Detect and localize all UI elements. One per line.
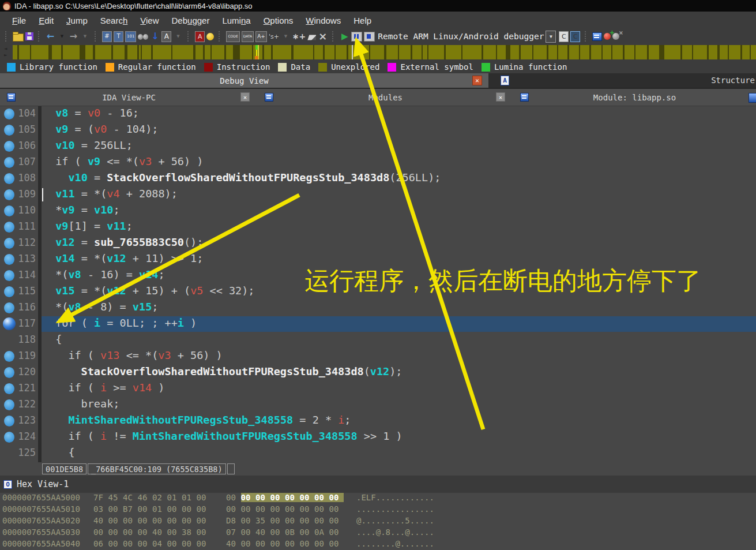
make-name-button[interactable]: A+ [255,31,267,42]
hex-byte[interactable]: 00 [285,493,300,502]
make-code-button[interactable]: CODE [226,31,239,42]
tab-structure[interactable]: Structure [711,76,755,85]
code-text[interactable]: { [43,446,75,458]
code-line-114[interactable]: 114*(v8 - 16) = v14; [0,268,756,284]
hex-byte[interactable]: 45 [108,493,123,502]
hex-byte[interactable]: 00 [226,504,241,514]
menu-search[interactable]: Search [94,14,134,27]
hex-byte[interactable]: 00 [314,504,329,514]
code-line-125[interactable]: 125{ [0,446,756,462]
hex-byte[interactable]: 00 [182,539,197,548]
code-text[interactable]: v10 = 256LL; [43,139,133,151]
hex-byte[interactable]: 00 [300,504,315,514]
open-file-button[interactable] [13,33,24,42]
menu-file[interactable]: File [6,14,32,27]
hex-byte[interactable]: 00 [241,493,256,502]
hex-byte[interactable]: 00 [285,504,300,514]
caption-row-right-icon[interactable] [749,93,756,103]
hex-byte[interactable]: 02 [152,493,167,502]
hex-byte[interactable]: 00 [270,539,285,548]
hex-byte[interactable]: 00 [329,504,344,514]
run-until-return-button[interactable]: C [570,31,580,42]
code-text[interactable]: *(v8 - 16) = v14; [43,268,165,280]
breakpoint-dot-icon[interactable] [4,205,14,216]
code-line-113[interactable]: 113v14 = *(v12 + 11) >> 1; [0,252,756,268]
make-array-button[interactable]: ∗+ [292,31,306,42]
code-line-115[interactable]: 115v15 = *(v12 + 15) + (v5 << 32); [0,284,756,300]
hex-byte[interactable]: 7F [93,493,108,502]
hex-byte[interactable]: 35 [255,516,270,525]
set-colors-button[interactable]: A [195,31,205,42]
breakpoint-dot-icon[interactable] [4,157,14,168]
navband-track[interactable] [13,45,756,59]
code-line-122[interactable]: 122break; [0,397,756,413]
jump-address-button[interactable]: # [102,31,112,42]
menu-edit[interactable]: Edit [32,14,60,27]
code-text[interactable]: v9 = (v0 - 104); [43,123,158,135]
jump-name-button[interactable]: T [114,31,123,42]
hex-byte[interactable]: 00 [255,493,270,502]
make-data-button[interactable]: DATA [242,31,254,42]
jump-binary-button[interactable]: 101 [125,31,136,42]
hex-byte[interactable]: 00 [197,527,212,537]
code-text[interactable]: MintSharedWithoutFPURegsStub_348558 = 2 … [43,414,351,426]
code-line-118[interactable]: 118{ [0,332,756,349]
navigate-back-dropdown[interactable]: ▼ [57,31,67,42]
hex-byte[interactable]: 00 [108,516,123,525]
code-line-109[interactable]: 109v11 = *(v4 + 2088); [0,187,756,203]
hex-byte[interactable]: 00 [197,504,212,514]
hex-byte[interactable]: 07 [226,527,241,537]
hex-row[interactable]: 0000007655AA50204000000000000000D8003500… [0,516,756,527]
hex-byte[interactable]: 00 [138,527,153,537]
hex-byte[interactable]: 00 [138,516,153,525]
code-text[interactable]: *v9 = v10; [43,204,120,216]
structures-tab-icon[interactable]: A [501,76,509,85]
breakpoint-dot-icon[interactable] [4,254,14,265]
hex-byte[interactable]: 00 [123,527,138,537]
hex-byte[interactable]: 00 [300,527,315,537]
hex-byte[interactable]: 00 [255,504,270,514]
add-breakpoint-button[interactable] [604,33,611,40]
modules-caption[interactable]: Modules✕ [258,89,513,106]
navband-left-arrow-icon[interactable]: ◄ [4,46,7,51]
hex-byte[interactable]: 06 [93,539,108,548]
hex-byte[interactable]: 00 [285,539,300,548]
hex-byte[interactable]: 01 [167,493,182,502]
caption-close-icon[interactable]: ✕ [496,92,505,102]
attach-to-process-button[interactable]: C [559,31,569,42]
hex-byte[interactable]: 00 [108,527,123,537]
hex-byte[interactable]: 00 [314,493,329,502]
stop-process-button[interactable] [364,32,375,42]
hex-byte[interactable]: 00 [270,493,285,502]
hex-byte[interactable]: 00 [182,516,197,525]
breakpoint-dot-icon[interactable] [4,367,14,378]
hex-byte[interactable]: 00 [300,539,315,548]
hex-byte[interactable]: 40 [226,539,241,548]
menu-lumina[interactable]: Lumina [216,14,257,27]
hex-byte[interactable]: 03 [93,504,108,514]
caption-close-icon[interactable]: ✕ [240,92,250,102]
hex-byte[interactable]: D8 [226,516,241,525]
breakpoint-dot-icon[interactable] [4,173,14,184]
hex-row[interactable]: 0000007655AA50100300B7000100000000000000… [0,504,756,516]
tab-debug-view[interactable]: Debug View ✕ [0,73,488,88]
menu-options[interactable]: Options [257,14,300,27]
hex-byte[interactable]: 00 [241,516,256,525]
debug-view-close-icon[interactable]: ✕ [472,76,482,85]
hex-row[interactable]: 0000007655AA5040060000000400000040000000… [0,539,756,550]
menu-jump[interactable]: Jump [60,14,94,27]
code-line-116[interactable]: 116*(v8 - 8) = v15; [0,300,756,316]
hex-row[interactable]: 0000007655AA50007F454C460201010000000000… [0,493,756,504]
hex-byte[interactable]: 00 [152,516,167,525]
hex-byte[interactable]: 00 [167,539,182,548]
hex-byte[interactable]: 00 [108,539,123,548]
hex-byte[interactable]: 00 [182,504,197,514]
hex-byte[interactable]: 01 [152,504,167,514]
breakpoint-dot-icon[interactable] [4,302,14,313]
breakpoint-dot-icon[interactable] [4,416,14,426]
menu-debugger[interactable]: Debugger [166,14,216,27]
hex-byte[interactable]: 04 [152,539,167,548]
hex-byte[interactable]: 0B [285,527,300,537]
hex-byte[interactable]: 00 [300,493,315,502]
hex-byte[interactable]: 40 [255,527,270,537]
